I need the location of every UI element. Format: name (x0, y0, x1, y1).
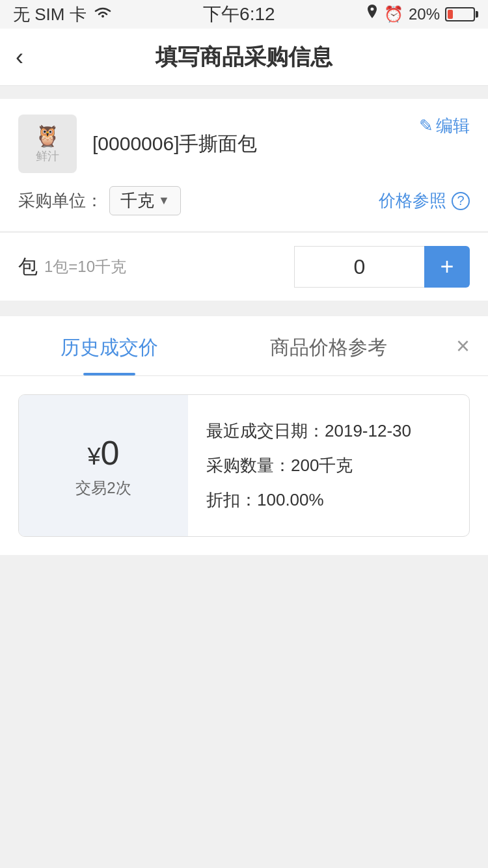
bao-char: 包 (18, 254, 38, 280)
quantity-detail-value: 200千克 (291, 455, 353, 475)
history-trades: 交易2次 (75, 478, 131, 498)
product-card: 🦉 鲜汁 [0000006]手撕面包 ✎ 编辑 采购单位： 千克 ▼ 价格参照 … (0, 99, 488, 231)
plus-button[interactable]: + (424, 246, 470, 288)
unit-section: 采购单位： 千克 ▼ (18, 186, 181, 215)
quantity-detail-label: 采购数量： (206, 455, 291, 475)
wifi-icon (93, 5, 113, 25)
tab-price-ref-label: 商品价格参考 (270, 336, 387, 358)
discount-value: 100.00% (257, 490, 324, 509)
bao-note: 1包=10千克 (44, 256, 126, 277)
page-title: 填写商品采购信息 (156, 42, 332, 72)
tab-history-price[interactable]: 历史成交价 (0, 316, 219, 375)
price-ref-button[interactable]: 价格参照 ? (379, 189, 470, 212)
owl-icon: 🦉 (34, 124, 61, 148)
history-discount: 折扣：100.00% (206, 487, 451, 513)
nav-bar: ‹ 填写商品采购信息 (0, 29, 488, 86)
tab-close-button[interactable]: × (438, 332, 488, 360)
status-time: 下午6:12 (203, 2, 275, 27)
product-header: 🦉 鲜汁 [0000006]手撕面包 ✎ 编辑 (18, 115, 470, 173)
product-thumbnail: 🦉 鲜汁 (18, 115, 77, 173)
alarm-icon: ⏰ (384, 5, 403, 23)
history-card-right: 最近成交日期：2019-12-30 采购数量：200千克 折扣：100.00% (188, 395, 469, 536)
quantity-row: 包 1包=10千克 + (0, 232, 488, 301)
history-price-value: 0 (101, 434, 120, 472)
tab-price-ref[interactable]: 商品价格参考 (219, 316, 437, 375)
product-name: [0000006]手撕面包 (92, 131, 257, 157)
history-card-left: ¥0 交易2次 (19, 395, 188, 536)
product-bottom: 采购单位： 千克 ▼ 价格参照 ? (18, 186, 470, 215)
dropdown-arrow-icon: ▼ (158, 194, 170, 208)
status-bar: 无 SIM 卡 下午6:12 ⏰ 20% (0, 0, 488, 29)
tab-history-label: 历史成交价 (61, 336, 158, 358)
tabs-section: 历史成交价 商品价格参考 × ¥0 交易2次 最近成交日期：2019-12-30… (0, 316, 488, 555)
quantity-input[interactable] (294, 246, 424, 288)
last-deal-date: 2019-12-30 (325, 421, 411, 441)
product-left: 🦉 鲜汁 [0000006]手撕面包 (18, 115, 257, 173)
history-quantity: 采购数量：200千克 (206, 453, 451, 478)
help-icon: ? (452, 192, 470, 210)
owl-label: 鲜汁 (36, 148, 59, 164)
edit-button[interactable]: ✎ 编辑 (419, 115, 470, 137)
history-card: ¥0 交易2次 最近成交日期：2019-12-30 采购数量：200千克 折扣：… (18, 394, 470, 537)
main-content (0, 555, 488, 868)
discount-label: 折扣： (206, 490, 257, 509)
edit-icon: ✎ (419, 116, 433, 136)
history-last-deal: 最近成交日期：2019-12-30 (206, 418, 451, 444)
history-content: ¥0 交易2次 最近成交日期：2019-12-30 采购数量：200千克 折扣：… (0, 376, 488, 555)
tabs-header: 历史成交价 商品价格参考 × (0, 316, 488, 376)
back-button[interactable]: ‹ (16, 44, 23, 71)
edit-label: 编辑 (436, 115, 470, 137)
last-deal-label: 最近成交日期： (206, 421, 325, 441)
unit-value: 千克 (120, 189, 154, 212)
unit-dropdown[interactable]: 千克 ▼ (109, 186, 181, 215)
status-right: ⏰ 20% (366, 5, 475, 24)
history-price: ¥0 (88, 433, 120, 472)
location-icon (366, 5, 379, 24)
yen-symbol: ¥ (88, 443, 101, 470)
quantity-label: 包 1包=10千克 (18, 254, 126, 280)
battery-icon (445, 7, 475, 21)
unit-label: 采购单位： (18, 189, 103, 212)
battery-percent: 20% (409, 5, 440, 23)
status-left: 无 SIM 卡 (13, 3, 113, 26)
price-ref-label: 价格参照 (379, 189, 446, 212)
quantity-control: + (294, 246, 470, 288)
carrier-text: 无 SIM 卡 (13, 3, 87, 26)
